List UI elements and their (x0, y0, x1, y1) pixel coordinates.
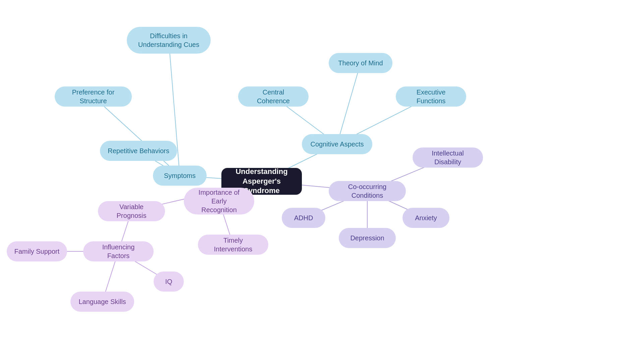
central-node: Central Coherence (238, 86, 309, 107)
family-node: Family Support (7, 241, 67, 261)
preference-node: Preference for Structure (55, 86, 132, 107)
svg-line-6 (337, 63, 361, 144)
importance-label: Importance of Early Recognition (191, 188, 247, 214)
difficulties-node: Difficulties in Understanding Cues (127, 27, 211, 54)
influencing-label: Influencing Factors (91, 243, 146, 260)
difficulties-label: Difficulties in Understanding Cues (134, 32, 203, 49)
symptoms-node: Symptoms (153, 166, 207, 186)
executive-label: Executive Functions (403, 88, 459, 105)
adhd-node: ADHD (282, 208, 325, 228)
theory-node: Theory of Mind (329, 53, 392, 73)
iq-node: IQ (154, 271, 184, 292)
svg-line-2 (93, 97, 180, 176)
family-label: Family Support (14, 247, 60, 256)
intellectual-node: Intellectual Disability (413, 147, 483, 168)
timely-node: Timely Interventions (198, 235, 268, 255)
depression-node: Depression (339, 228, 396, 248)
anxiety-label: Anxiety (415, 214, 437, 222)
timely-label: Timely Interventions (205, 236, 261, 253)
language-label: Language Skills (78, 297, 126, 306)
importance-node: Importance of Early Recognition (184, 188, 254, 215)
symptoms-label: Symptoms (164, 171, 196, 180)
cooccurring-label: Co-occurring Conditions (336, 182, 398, 200)
variable-node: Variable Prognosis (98, 201, 165, 221)
repetitive-label: Repetitive Behaviors (108, 146, 169, 155)
depression-label: Depression (350, 234, 384, 242)
cognitive-label: Cognitive Aspects (311, 140, 364, 148)
central-label: Central Coherence (246, 88, 301, 105)
executive-node: Executive Functions (396, 86, 466, 107)
cognitive-node: Cognitive Aspects (302, 134, 372, 154)
influencing-node: Influencing Factors (83, 241, 154, 261)
theory-label: Theory of Mind (338, 59, 383, 67)
preference-label: Preference for Structure (62, 88, 124, 105)
intellectual-label: Intellectual Disability (420, 149, 476, 166)
cooccurring-node: Co-occurring Conditions (329, 181, 406, 201)
repetitive-node: Repetitive Behaviors (100, 141, 177, 161)
variable-label: Variable Prognosis (105, 202, 158, 220)
adhd-label: ADHD (294, 214, 313, 222)
iq-label: IQ (165, 277, 172, 286)
anxiety-node: Anxiety (402, 208, 449, 228)
language-node: Language Skills (70, 292, 134, 312)
